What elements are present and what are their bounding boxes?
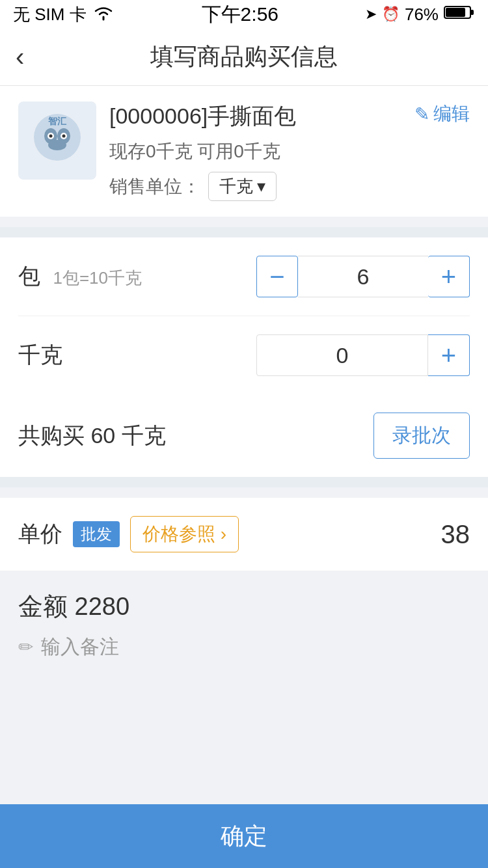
alarm-icon: ⏰ [382,6,400,23]
wifi-icon [92,4,115,25]
amount-label: 金额 [18,593,68,620]
remark-placeholder: 输入备注 [41,634,119,660]
svg-point-10 [48,140,66,150]
status-time: 下午2:56 [202,1,278,28]
product-card: 智汇 [0000006]手撕面包 现存0千克 可用0千克 销售单位： 千克 ▾ … [0,86,488,217]
remark-row[interactable]: ✏ 输入备注 [18,634,470,660]
unit-value: 千克 [219,175,253,198]
product-unit-row: 销售单位： 千克 ▾ [109,172,470,201]
kg-plus-button[interactable]: + [428,334,470,376]
divider-2 [0,477,488,487]
svg-point-8 [49,134,53,137]
batch-button[interactable]: 录批次 [373,413,470,459]
quantity-section: 包 1包=10千克 − + 千克 + [0,237,488,394]
confirm-button[interactable]: 确定 [0,804,488,868]
price-section: 单价 批发 价格参照 › 38 [0,498,488,571]
unit-label: 销售单位： [109,174,200,199]
status-left: 无 SIM 卡 [13,3,115,26]
edit-label: 编辑 [433,102,470,126]
svg-point-9 [62,134,66,137]
amount-value: 2280 [75,593,130,620]
svg-text:智汇: 智汇 [47,116,67,126]
amount-section: 金额 2280 ✏ 输入备注 [0,572,488,679]
svg-rect-1 [470,10,474,15]
edit-icon: ✎ [414,103,429,125]
nav-bar: ‹ 填写商品购买信息 [0,29,488,86]
kg-label: 千克 [18,340,256,370]
unit-selector[interactable]: 千克 ▾ [208,172,277,201]
edit-button[interactable]: ✎ 编辑 [414,102,470,126]
status-bar: 无 SIM 卡 下午2:56 ➤ ⏰ 76% [0,0,488,29]
quantity-row-kg: 千克 + [18,316,470,394]
no-sim-label: 无 SIM 卡 [13,3,87,26]
product-stock: 现存0千克 可用0千克 [109,139,470,164]
pencil-icon: ✏ [18,636,33,658]
summary-section: 共购买 60 千克 录批次 [0,394,488,477]
unit-dropdown-arrow: ▾ [257,176,265,197]
battery-percent: 76% [405,5,439,25]
bao-plus-button[interactable]: + [428,256,470,297]
bao-hint: 1包=10千克 [53,268,142,288]
location-icon: ➤ [365,6,377,23]
product-image: 智汇 [18,102,96,180]
svg-rect-2 [446,8,465,17]
quantity-row-bao: 包 1包=10千克 − + [18,237,470,316]
page-title: 填写商品购买信息 [150,41,338,73]
bao-text: 包 [18,264,40,288]
kg-quantity-control: + [256,334,470,376]
price-label: 单价 [18,519,62,549]
amount-text: 金额 2280 [18,590,470,623]
kg-input[interactable] [256,334,428,376]
bao-input[interactable] [298,256,428,297]
divider-1 [0,227,488,237]
battery-icon [444,4,475,25]
price-ref-button[interactable]: 价格参照 › [130,516,239,552]
summary-text: 共购买 60 千克 [18,421,166,451]
status-right: ➤ ⏰ 76% [365,4,475,25]
bao-label: 包 1包=10千克 [18,262,256,292]
price-tag: 批发 [73,521,120,547]
price-value: 38 [441,520,470,549]
bao-quantity-control: − + [256,256,470,297]
bao-minus-button[interactable]: − [256,256,298,297]
product-logo-icon: 智汇 [31,111,83,170]
kg-text: 千克 [18,342,62,367]
back-button[interactable]: ‹ [16,42,24,72]
